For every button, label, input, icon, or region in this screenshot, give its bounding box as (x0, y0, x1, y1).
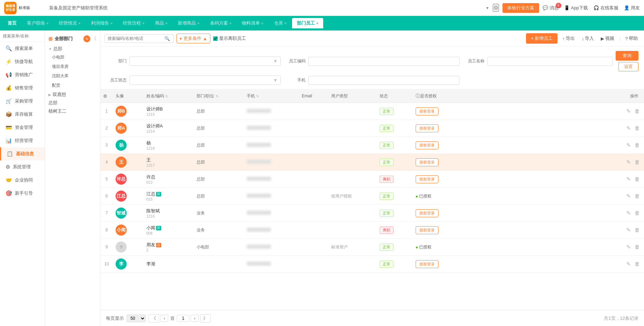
dept-edit-icon[interactable]: ✎ (83, 35, 90, 42)
th-dept[interactable]: 部门/职位 ⇅ (194, 89, 244, 103)
navtab-首页[interactable]: 首页 (3, 18, 21, 28)
service-button[interactable]: 🎧 在线客服 (593, 5, 618, 11)
message-button[interactable]: 💬 消息 6 (543, 5, 559, 11)
th-phone[interactable]: 手机 ⇅ (244, 89, 299, 103)
navtab-close-物料清单[interactable]: × (261, 21, 263, 25)
sidebar-item-新手引导[interactable]: 🎯新手引导 (0, 187, 45, 200)
navtab-商品[interactable]: 商品× (150, 18, 172, 28)
navtab-close-商品[interactable]: × (165, 21, 167, 25)
edit-btn[interactable]: ✎ (625, 260, 632, 268)
delete-btn[interactable]: 🗑 (633, 175, 641, 183)
auth-login-btn[interactable]: 授权登录 (416, 107, 438, 115)
auth-login-btn[interactable]: 授权登录 (416, 158, 438, 166)
navtab-close-仓库[interactable]: × (284, 21, 287, 25)
user-button[interactable]: 👤 用友 (624, 5, 640, 11)
filter-code-input[interactable] (308, 57, 460, 66)
sidebar-item-系统管理[interactable]: ⚙系统管理 (0, 160, 45, 174)
delete-btn[interactable]: 🗑 (633, 226, 641, 234)
delete-btn[interactable]: 🗑 (633, 260, 641, 267)
sidebar-item-快捷导航[interactable]: ⚡快捷导航 (0, 55, 45, 68)
auth-login-btn[interactable]: 授权登录 (416, 226, 438, 234)
view-button[interactable]: ▶ 视频 (599, 34, 616, 43)
edit-btn[interactable]: ✎ (625, 243, 632, 251)
show-resigned-checkbox[interactable]: 显示离职员工 (213, 35, 246, 42)
edit-btn[interactable]: ✎ (625, 209, 632, 217)
dept-group-label-zongbu[interactable]: ▼ 总部 (45, 44, 100, 53)
dept-collapse-btn[interactable]: 《 (92, 36, 97, 42)
navtab-经营历程[interactable]: 经营历程× (118, 18, 149, 28)
query-button[interactable]: 查询 (616, 51, 638, 61)
dept-group-label-zhishuwanger[interactable]: 植树王二 (45, 107, 100, 115)
th-name[interactable]: 姓名/编码 ⇅ (144, 89, 194, 103)
filter-name-input[interactable] (487, 57, 613, 66)
sidebar-search-input[interactable] (3, 34, 45, 38)
delete-btn[interactable]: 🗑 (633, 141, 641, 149)
sidebar-item-销售管理[interactable]: 💰销售管理 (0, 81, 45, 95)
auth-login-btn[interactable]: 授权登录 (416, 141, 438, 149)
navtab-close-利润报告[interactable]: × (110, 21, 112, 25)
reset-button[interactable]: 设置 (618, 62, 638, 71)
dept-group-label-shuangluxiang[interactable]: ▶ 双鹿想 (45, 90, 100, 98)
dept-item-shenyang[interactable]: 沈阳大库 (45, 71, 100, 81)
delete-btn[interactable]: 🗑 (633, 243, 641, 250)
navtab-经营情况[interactable]: 经营情况× (54, 18, 85, 28)
auth-login-btn[interactable]: 授权登录 (416, 175, 438, 183)
sidebar-item-资金管理[interactable]: 💳资金管理 (0, 121, 45, 134)
sidebar-item-营销推广[interactable]: 📢营销推广 (0, 68, 45, 81)
search-input[interactable] (108, 36, 163, 41)
auth-login-btn[interactable]: 授权登录 (416, 209, 438, 217)
page-input[interactable] (177, 315, 189, 322)
first-page-btn[interactable]: 《 (148, 314, 159, 323)
edit-btn[interactable]: ✎ (625, 226, 632, 234)
show-resigned-input[interactable] (213, 36, 218, 41)
navtab-close-条码方案[interactable]: × (229, 21, 232, 25)
dept-item-xiangmu[interactable]: 项目库房 (45, 62, 100, 71)
delete-btn[interactable]: 🗑 (633, 107, 641, 115)
delete-btn[interactable]: 🗑 (633, 158, 641, 166)
auth-login-btn[interactable]: 授权登录 (416, 124, 438, 132)
navtab-仓库[interactable]: 仓库× (269, 18, 291, 28)
edit-btn[interactable]: ✎ (625, 141, 632, 149)
navtab-close-经营历程[interactable]: × (142, 21, 144, 25)
dept-group-label-zongbu2[interactable]: 总部 (45, 98, 100, 107)
sidebar-item-搜索菜单[interactable]: 🔍搜索菜单 (0, 42, 45, 55)
export-button[interactable]: ↑ 导出 (560, 34, 577, 43)
th-settings[interactable]: ⚙ (100, 89, 113, 103)
last-page-btn[interactable]: 》 (200, 314, 211, 323)
gear-button[interactable]: ⚙ (493, 4, 499, 12)
navtab-close-部门员工[interactable]: × (316, 21, 318, 25)
edit-btn[interactable]: ✎ (625, 107, 632, 115)
navtab-新增商品[interactable]: 新增商品× (173, 18, 204, 28)
navtab-客户联络[interactable]: 客户联络× (22, 18, 53, 28)
dept-item-peihuo[interactable]: 配货 (45, 81, 100, 90)
sidebar-item-基础信息[interactable]: 📋基础信息 (0, 147, 45, 160)
delete-btn[interactable]: 🗑 (633, 124, 641, 132)
navtab-物料清单[interactable]: 物料清单× (237, 18, 268, 28)
sidebar-item-企业协同[interactable]: 🤝企业协同 (0, 174, 45, 187)
delete-btn[interactable]: 🗑 (633, 209, 641, 217)
delete-btn[interactable]: 🗑 (633, 192, 641, 200)
next-page-btn[interactable]: › (191, 315, 198, 322)
sidebar-item-经营管理[interactable]: 📊经营管理 (0, 134, 45, 147)
navtab-条码方案[interactable]: 条码方案× (205, 18, 236, 28)
edit-btn[interactable]: ✎ (625, 158, 632, 166)
sidebar-item-库存核算[interactable]: 📦库存核算 (0, 108, 45, 121)
edit-btn[interactable]: ✎ (625, 192, 632, 200)
filter-dept-select[interactable]: ▼ (129, 56, 281, 66)
filter-status-select[interactable]: ▼ (129, 76, 281, 85)
navtab-部门员工[interactable]: 部门员工× (292, 18, 323, 28)
auth-login-btn[interactable]: 授权登录 (416, 260, 438, 268)
sidebar-item-采购管理[interactable]: 🛒采购管理 (0, 95, 45, 108)
edit-btn[interactable]: ✎ (625, 124, 632, 132)
help-button[interactable]: ? 帮助 (623, 34, 640, 43)
search-submit-icon[interactable]: 🔍 (164, 36, 170, 41)
navtab-close-新增商品[interactable]: × (197, 21, 199, 25)
navtab-close-客户联络[interactable]: × (46, 21, 48, 25)
prev-page-btn[interactable]: ‹ (161, 315, 168, 322)
import-button[interactable]: ↓ 导入 (580, 34, 596, 43)
navtab-利润报告[interactable]: 利润报告× (86, 18, 117, 28)
add-employee-button[interactable]: + 新增员工 (526, 33, 557, 44)
per-page-select[interactable]: 50 100 200 (127, 315, 146, 322)
more-filter-button[interactable]: ▾ 更多条件 ▲ (176, 34, 210, 43)
app-download-button[interactable]: 📱 App下载 (564, 5, 588, 11)
